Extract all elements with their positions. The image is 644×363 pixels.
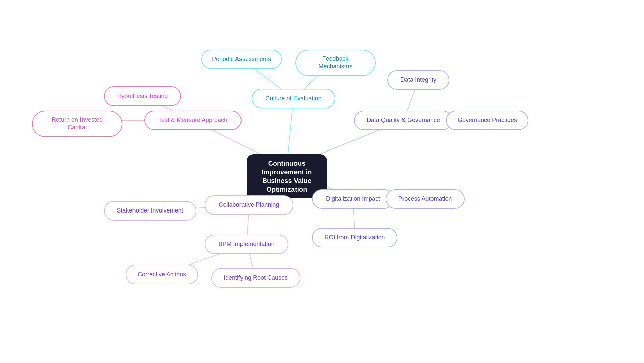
node-feedback_mechanisms: Feedback Mechanisms: [295, 50, 376, 76]
node-data_quality: Data Quality & Governance: [354, 111, 453, 130]
node-label-hypothesis_testing: Hypothesis Testing: [117, 92, 168, 100]
node-label-center: Continuous Improvement in Business Value…: [256, 159, 318, 194]
node-stakeholder_involvement: Stakeholder Involvement: [104, 201, 196, 221]
node-governance_practices: Governance Practices: [446, 111, 528, 130]
node-digitalization_impact: Digitalization Impact: [312, 189, 394, 209]
node-test_measure: Test & Measure Approach: [144, 111, 241, 130]
node-label-process_automation: Process Automation: [398, 195, 452, 203]
node-collaborative_planning: Collaborative Planning: [205, 195, 293, 215]
node-label-identifying_root_causes: Identifying Root Causes: [224, 274, 288, 282]
node-label-digitalization_impact: Digitalization Impact: [326, 195, 380, 203]
node-label-test_measure: Test & Measure Approach: [158, 116, 227, 124]
node-label-governance_practices: Governance Practices: [458, 116, 517, 124]
node-bpm_implementation: BPM Implementation: [205, 235, 288, 254]
node-culture_evaluation: Culture of Evaluation: [252, 89, 335, 108]
node-label-corrective_actions: Corrective Actions: [138, 270, 186, 278]
node-return_on_invested: Return on Invested Capital: [32, 111, 122, 137]
mind-map: Continuous Improvement in Business Value…: [0, 0, 644, 363]
node-identifying_root_causes: Identifying Root Causes: [211, 268, 300, 288]
node-process_automation: Process Automation: [386, 189, 465, 209]
node-corrective_actions: Corrective Actions: [126, 265, 198, 284]
node-periodic_assessments: Periodic Assessments: [201, 50, 282, 69]
node-label-culture_evaluation: Culture of Evaluation: [265, 95, 321, 102]
node-label-return_on_invested: Return on Invested Capital: [42, 116, 112, 132]
node-label-data_quality: Data Quality & Governance: [367, 116, 440, 124]
node-hypothesis_testing: Hypothesis Testing: [104, 86, 181, 106]
node-label-bpm_implementation: BPM Implementation: [218, 240, 274, 248]
node-label-stakeholder_involvement: Stakeholder Involvement: [117, 207, 183, 215]
node-label-data_integrity: Data Integrity: [400, 76, 436, 84]
node-label-periodic_assessments: Periodic Assessments: [212, 55, 271, 63]
node-data_integrity: Data Integrity: [387, 70, 449, 90]
node-roi_digitalization: ROI from Digitalization: [312, 228, 397, 247]
node-label-collaborative_planning: Collaborative Planning: [219, 201, 279, 209]
node-label-feedback_mechanisms: Feedback Mechanisms: [305, 55, 366, 71]
node-label-roi_digitalization: ROI from Digitalization: [324, 234, 385, 241]
